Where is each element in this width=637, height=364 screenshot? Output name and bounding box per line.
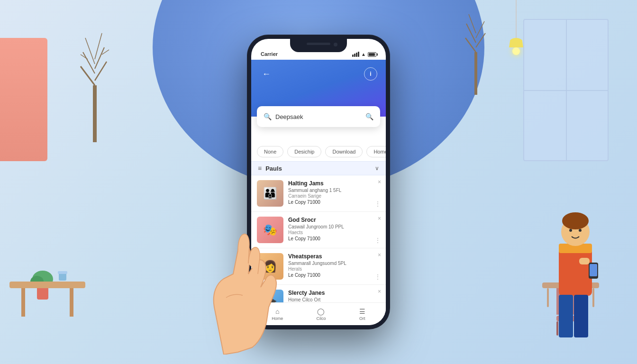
cilco-tab-label: Cilco [316,316,326,321]
info-icon: i [370,71,371,77]
chevron-down-icon[interactable]: ∨ [375,165,379,172]
table-left [9,282,85,321]
phone-screen: Carrier ▲ [251,39,386,325]
svg-rect-19 [9,282,85,288]
svg-rect-20 [21,288,25,317]
result-info-0: Halting Jams Sammual anghang 1 5FL Carra… [288,180,380,205]
result-meta-0: Carraein Sarige [288,193,380,199]
back-button[interactable]: ← [260,67,273,81]
result-item-0[interactable]: 👨‍👩‍👦 Halting Jams Sammual anghang 1 5FL… [251,175,386,212]
thumb-face-1: 🎭 [257,217,283,243]
signal-bar-3 [356,53,357,57]
svg-rect-23 [58,271,67,274]
more-button-0[interactable]: ⋮ [374,200,381,208]
close-button-0[interactable]: × [378,179,381,185]
svg-point-30 [569,229,572,232]
search-container: 🔍 Deepsaek 🔍 [257,106,380,127]
result-info-2: Vheatsperas Sammarall Jungsuomd 5PL Hera… [288,253,380,278]
info-button[interactable]: i [364,67,377,81]
results-title: Pauls [265,165,282,172]
more-button-2[interactable]: ⋮ [374,273,381,281]
svg-point-31 [579,229,582,232]
result-subtitle-3: Home Cilco Ort [288,297,380,302]
result-thumbnail-0: 👨‍👩‍👦 [257,180,283,207]
cilco-tab-icon: ◯ [317,308,325,315]
svg-rect-34 [579,258,590,264]
svg-rect-21 [70,288,73,317]
result-meta-1: Haects [288,230,380,235]
search-icon-right[interactable]: 🔍 [365,113,373,120]
app-content: ← i 🔍 Deepsaek 🔍 [251,60,386,325]
close-button-2[interactable]: × [378,252,381,258]
svg-rect-9 [474,52,477,95]
thumb-face-2: 👩 [257,253,283,280]
menu-icon: ≡ [258,164,262,172]
svg-rect-0 [93,85,97,142]
header-nav: ← i [251,60,386,84]
result-subtitle-0: Sammual anghang 1 5FL [288,188,380,193]
signal-bars [352,52,359,57]
ort-tab-icon: ☰ [359,308,365,315]
status-carrier: Carrier [261,51,278,57]
result-title-0: Halting Jams [288,180,380,187]
close-button-3[interactable]: × [378,289,381,294]
result-meta-2: Herals [288,266,380,272]
status-icons: ▲ [352,52,376,57]
battery-fill [369,53,375,56]
svg-line-13 [476,21,484,38]
filter-tab-download[interactable]: Download [325,146,363,157]
svg-line-4 [95,47,104,69]
result-info-3: Slercty Janes Home Cilco Ort [288,290,380,303]
svg-rect-27 [574,295,588,337]
result-subtitle-1: Caswail Jungroom 10 PPL [288,224,380,229]
svg-line-5 [85,38,95,64]
bottom-tab-cilco[interactable]: ◯ Cilco [316,308,326,321]
signal-bar-1 [352,55,354,57]
phone-notch [290,39,347,52]
filter-tab-none[interactable]: None [257,146,283,157]
thumb-face-0: 👨‍👩‍👦 [257,180,283,207]
result-item-1[interactable]: 🎭 God Srocr Caswail Jungroom 10 PPL Haec… [251,212,386,248]
svg-line-12 [466,24,476,43]
filter-tab-desichip[interactable]: Desichip [287,146,321,157]
phone-speaker [307,43,330,45]
phone-camera [334,43,337,46]
svg-line-3 [83,52,95,73]
window-right-decoration [523,19,609,161]
search-icon-left: 🔍 [264,113,272,120]
battery-icon [368,52,376,57]
phone-body: Carrier ▲ [247,35,390,329]
result-subtitle-2: Sammarall Jungsuomd 5PL [288,261,380,266]
more-button-1[interactable]: ⋮ [374,237,381,244]
bottom-tab-bar: ⌂ Home ◯ Cilco ☰ Ort [251,302,386,325]
left-wall-decoration [0,38,47,161]
result-item-2[interactable]: 👩 Vheatsperas Sammarall Jungsuomd 5PL He… [251,248,386,285]
result-title-3: Slercty Janes [288,290,380,296]
lamp-decoration [509,0,523,55]
cup-on-table [57,268,68,284]
result-thumbnail-2: 👩 [257,253,283,280]
results-header[interactable]: ≡ Pauls ∨ [251,161,386,175]
bottom-tab-home[interactable]: ⌂ Home [272,308,283,321]
back-arrow-icon: ← [262,69,271,79]
result-thumbnail-1: 🎭 [257,217,283,243]
result-price-1: Le Copy 71000 [288,236,380,241]
search-bar[interactable]: 🔍 Deepsaek 🔍 [257,106,380,127]
person-right-decoration [537,196,613,350]
phone-device: Carrier ▲ [247,35,390,329]
ort-tab-label: Ort [359,316,365,321]
bottom-tab-ort[interactable]: ☰ Ort [359,308,365,321]
signal-bar-2 [354,54,355,57]
home-tab-icon: ⌂ [275,308,279,315]
svg-point-29 [562,212,589,229]
home-tab-label: Home [272,316,283,321]
result-title-2: Vheatsperas [288,253,380,260]
tree-right [462,9,490,97]
filter-tab-home[interactable]: Home [366,146,386,157]
result-title-1: God Srocr [288,217,380,223]
app-header: ← i 🔍 Deepsaek 🔍 [251,60,386,117]
close-button-1[interactable]: × [378,216,381,221]
results-header-left: ≡ Pauls [258,164,282,172]
tree-left [76,28,114,144]
search-text[interactable]: Deepsaek [275,113,362,120]
